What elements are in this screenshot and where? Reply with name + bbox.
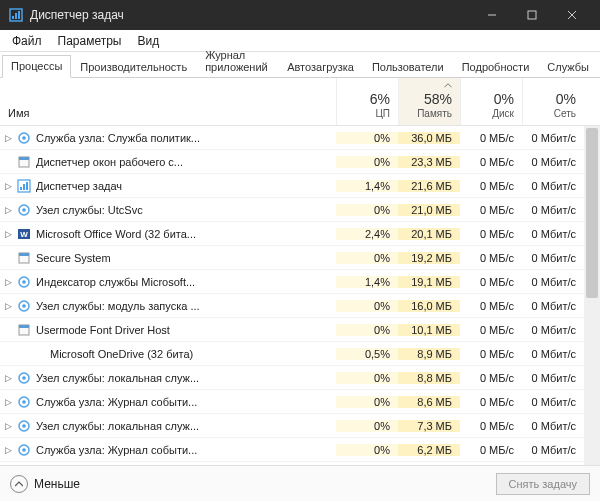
svg-rect-14 (23, 184, 25, 190)
table-row[interactable]: Microsoft OneDrive (32 бита)0,5%8,9 МБ0 … (0, 342, 600, 366)
col-name[interactable]: Имя (0, 78, 336, 125)
process-icon (16, 178, 32, 194)
app-icon (8, 7, 24, 23)
table-row[interactable]: ▷WMicrosoft Office Word (32 бита...2,4%2… (0, 222, 600, 246)
expand-icon[interactable]: ▷ (0, 421, 16, 431)
fewer-details-button[interactable]: Меньше (10, 475, 80, 493)
minimize-button[interactable] (472, 0, 512, 30)
process-name: Microsoft OneDrive (32 бита) (50, 348, 336, 360)
cell-memory: 19,2 МБ (398, 252, 460, 264)
cell-disk: 0 МБ/с (460, 276, 522, 288)
process-name: Диспетчер окон рабочего с... (36, 156, 336, 168)
expand-icon[interactable]: ▷ (0, 205, 16, 215)
table-row[interactable]: ▷Служба узла: Журнал событи...0%6,2 МБ0 … (0, 438, 600, 462)
process-icon (16, 298, 32, 314)
col-cpu[interactable]: 6% ЦП (336, 78, 398, 125)
table-row[interactable]: ▷Служба узла: Журнал событи...0%8,6 МБ0 … (0, 390, 600, 414)
cell-cpu: 0% (336, 300, 398, 312)
table-row[interactable]: ▷Индексатор службы Microsoft...1,4%19,1 … (0, 270, 600, 294)
tab-3[interactable]: Автозагрузка (278, 56, 363, 78)
maximize-button[interactable] (512, 0, 552, 30)
expand-icon[interactable]: ▷ (0, 133, 16, 143)
svg-point-25 (22, 304, 26, 308)
expand-icon[interactable]: ▷ (0, 445, 16, 455)
menu-view[interactable]: Вид (129, 32, 167, 50)
expand-icon[interactable]: ▷ (0, 373, 16, 383)
cell-cpu: 0,5% (336, 348, 398, 360)
cell-network: 0 Мбит/с (522, 396, 584, 408)
cell-network: 0 Мбит/с (522, 276, 584, 288)
svg-rect-27 (19, 325, 29, 328)
process-icon (16, 322, 32, 338)
cell-cpu: 0% (336, 372, 398, 384)
process-name: Диспетчер задач (36, 180, 336, 192)
table-row[interactable]: ▷Узел службы: UtcSvc0%21,0 МБ0 МБ/с0 Мби… (0, 198, 600, 222)
svg-rect-11 (19, 157, 29, 160)
tab-2[interactable]: Журнал приложений (196, 44, 278, 78)
scrollbar-thumb[interactable] (586, 128, 598, 298)
process-icon (16, 154, 32, 170)
column-header: Имя 6% ЦП 58% Память 0% Диск 0% Сеть (0, 78, 600, 126)
process-name: Служба узла: Журнал событи... (36, 444, 336, 456)
expand-icon[interactable]: ▷ (0, 229, 16, 239)
col-network[interactable]: 0% Сеть (522, 78, 584, 125)
scrollbar[interactable] (584, 126, 600, 465)
cell-disk: 0 МБ/с (460, 204, 522, 216)
table-row[interactable]: ▷Узел службы: локальная служ...0%8,8 МБ0… (0, 366, 600, 390)
cell-memory: 8,9 МБ (398, 348, 460, 360)
table-row[interactable]: ▷Служба узла: Служба политик...0%36,0 МБ… (0, 126, 600, 150)
cell-disk: 0 МБ/с (460, 252, 522, 264)
cell-disk: 0 МБ/с (460, 348, 522, 360)
svg-rect-15 (26, 182, 28, 190)
cell-disk: 0 МБ/с (460, 372, 522, 384)
cell-memory: 36,0 МБ (398, 132, 460, 144)
process-name: Индексатор службы Microsoft... (36, 276, 336, 288)
table-row[interactable]: ▷Shell Infrastructure Host0%6,1 МБ0 МБ/с… (0, 462, 600, 465)
expand-icon[interactable]: ▷ (0, 277, 16, 287)
cell-memory: 8,8 МБ (398, 372, 460, 384)
tab-6[interactable]: Службы (538, 56, 598, 78)
content: Имя 6% ЦП 58% Память 0% Диск 0% Сеть ▷Сл… (0, 78, 600, 465)
cell-network: 0 Мбит/с (522, 252, 584, 264)
table-row[interactable]: ▷Узел службы: модуль запуска ...0%16,0 М… (0, 294, 600, 318)
expand-icon[interactable]: ▷ (0, 301, 16, 311)
table-row[interactable]: ▷Узел службы: локальная служ...0%7,3 МБ0… (0, 414, 600, 438)
cell-cpu: 1,4% (336, 276, 398, 288)
menu-options[interactable]: Параметры (50, 32, 130, 50)
cell-memory: 10,1 МБ (398, 324, 460, 336)
cell-cpu: 0% (336, 252, 398, 264)
svg-point-31 (22, 400, 26, 404)
process-icon: W (16, 226, 32, 242)
process-name: Узел службы: локальная служ... (36, 372, 336, 384)
col-disk[interactable]: 0% Диск (460, 78, 522, 125)
expand-icon[interactable]: ▷ (0, 397, 16, 407)
end-task-button[interactable]: Снять задачу (496, 473, 591, 495)
table-row[interactable]: Secure System0%19,2 МБ0 МБ/с0 Мбит/с (0, 246, 600, 270)
svg-point-17 (22, 208, 26, 212)
cell-disk: 0 МБ/с (460, 132, 522, 144)
process-icon (30, 346, 46, 362)
expand-icon[interactable]: ▷ (0, 181, 16, 191)
process-name: Microsoft Office Word (32 бита... (36, 228, 336, 240)
tab-0[interactable]: Процессы (2, 55, 71, 78)
col-memory[interactable]: 58% Память (398, 78, 460, 125)
process-name: Узел службы: локальная служ... (36, 420, 336, 432)
cell-network: 0 Мбит/с (522, 228, 584, 240)
table-row[interactable]: Диспетчер окон рабочего с...0%23,3 МБ0 М… (0, 150, 600, 174)
cell-cpu: 0% (336, 156, 398, 168)
chevron-up-icon (10, 475, 28, 493)
table-row[interactable]: Usermode Font Driver Host0%10,1 МБ0 МБ/с… (0, 318, 600, 342)
process-icon (16, 250, 32, 266)
tab-1[interactable]: Производительность (71, 56, 196, 78)
menu-file[interactable]: Файл (4, 32, 50, 50)
table-row[interactable]: ▷Диспетчер задач1,4%21,6 МБ0 МБ/с0 Мбит/… (0, 174, 600, 198)
titlebar[interactable]: Диспетчер задач (0, 0, 600, 30)
close-button[interactable] (552, 0, 592, 30)
cell-network: 0 Мбит/с (522, 300, 584, 312)
tab-5[interactable]: Подробности (453, 56, 539, 78)
cell-cpu: 0% (336, 132, 398, 144)
cell-network: 0 Мбит/с (522, 132, 584, 144)
process-name: Узел службы: модуль запуска ... (36, 300, 336, 312)
process-name: Узел службы: UtcSvc (36, 204, 336, 216)
tab-4[interactable]: Пользователи (363, 56, 453, 78)
